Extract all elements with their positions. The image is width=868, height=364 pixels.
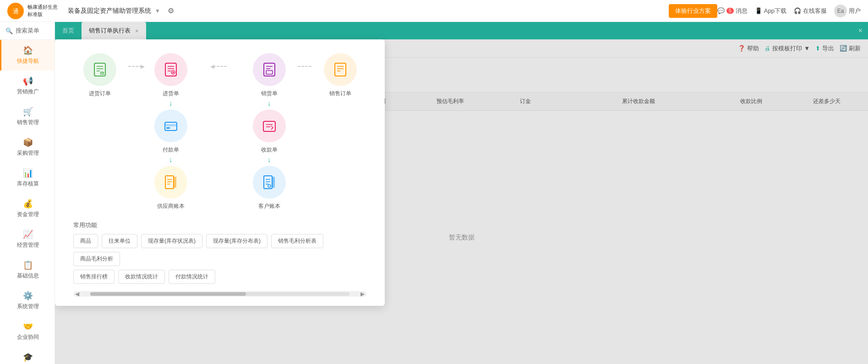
func-btn-partner[interactable]: 往来单位 xyxy=(102,234,137,248)
top-right-actions: 💬 5 消息 📱 App下载 🎧 在线客服 Ea 用户 xyxy=(717,5,861,17)
arrow-down-payment: ↓ xyxy=(144,154,197,166)
svg-rect-17 xyxy=(335,63,346,76)
svg-rect-24 xyxy=(263,121,275,131)
flow-node-payment[interactable]: 付款单 xyxy=(144,109,197,154)
enterprise-icon: 🤝 xyxy=(23,321,33,331)
sidebar-item-quick-nav[interactable]: 🏠 快捷导航 xyxy=(0,40,55,71)
svg-rect-28 xyxy=(174,177,176,188)
flow-node-sales-bill[interactable]: 销货单 xyxy=(243,53,295,98)
inventory-icon: 📊 xyxy=(23,168,33,178)
scroll-right-arrow[interactable]: ▶ xyxy=(359,291,366,297)
flow-node-purchase-order[interactable]: 进货订单 xyxy=(73,53,126,98)
svg-rect-33 xyxy=(272,177,275,188)
func-btn-product[interactable]: 商品 xyxy=(73,234,98,248)
message-button[interactable]: 💬 5 消息 xyxy=(717,7,748,15)
func-btn-sales-rank[interactable]: 销售排行榜 xyxy=(73,270,115,284)
svg-rect-22 xyxy=(165,124,177,126)
common-title: 常用功能 xyxy=(73,221,366,229)
flow-node-customer-ledger[interactable]: 客户账本 xyxy=(243,166,295,210)
logo-area: 通 畅康通好生意 标准版 xyxy=(7,3,62,19)
svg-point-37 xyxy=(268,185,271,187)
app-download-button[interactable]: 📱 App下载 xyxy=(755,7,786,15)
popup-overlay: 进货订单 ▶ xyxy=(55,22,868,364)
arrow-down-sales: ↓ xyxy=(243,98,295,109)
func-btn-product-margin[interactable]: 商品毛利分析 xyxy=(73,252,120,266)
flow-circle-sales-bill xyxy=(253,53,286,86)
flow-node-sales-order[interactable]: 销售订单 xyxy=(314,53,366,98)
system-title: 装备及固定资产辅助管理系统 ▼ ⚙ xyxy=(68,6,661,15)
flow-node-supplier-ledger[interactable]: 供应商账本 xyxy=(144,166,197,210)
flow-circle-receipt xyxy=(253,109,286,142)
common-functions: 常用功能 商品 往来单位 现存量(库存状况表) 现存量(库存分布表) 销售毛利分… xyxy=(73,221,366,284)
scrollbar-thumb xyxy=(90,292,246,296)
message-badge: 5 xyxy=(726,8,734,14)
arrow-down-purchase: ↓ xyxy=(144,98,197,109)
finance-icon: 💰 xyxy=(23,199,33,209)
main-layout: 🔍 搜索菜单 🏠 快捷导航 📢 营销推广 🛒 销售管理 📦 采购管理 📊 库存核… xyxy=(0,22,868,364)
func-btn-stock-status[interactable]: 现存量(库存状况表) xyxy=(141,234,202,248)
func-btn-sales-margin[interactable]: 销售毛利分析表 xyxy=(271,234,323,248)
sidebar-item-enterprise[interactable]: 🤝 企业协同 xyxy=(0,316,55,347)
home-icon: 🏠 xyxy=(23,45,33,55)
operations-icon: 📈 xyxy=(23,229,33,239)
try-industry-button[interactable]: 体验行业方案 xyxy=(669,4,717,18)
gear-icon[interactable]: ⚙ xyxy=(168,6,174,15)
logo-icon: 通 xyxy=(7,3,24,19)
svg-text:通: 通 xyxy=(13,8,19,15)
purchase-icon: 📦 xyxy=(23,137,33,147)
sales-icon: 🛒 xyxy=(23,107,33,117)
sys-icon: ⚙️ xyxy=(23,291,33,301)
sidebar-item-newbie[interactable]: 🎓 新手引导 xyxy=(0,347,55,364)
flow-diagram: 进货订单 ▶ xyxy=(73,53,366,210)
scrollbar-track xyxy=(90,292,349,296)
sidebar-item-sales[interactable]: 🛒 销售管理 xyxy=(0,101,55,132)
svg-rect-23 xyxy=(166,127,170,129)
top-bar: 通 畅康通好生意 标准版 装备及固定资产辅助管理系统 ▼ ⚙ 体验行业方案 💬 … xyxy=(0,0,868,22)
arrow-right-2 xyxy=(295,53,314,67)
scroll-left-arrow[interactable]: ◀ xyxy=(73,291,81,297)
sidebar-item-base-info[interactable]: 📋 基础信息 xyxy=(0,255,55,285)
arrow-sales-order-to-sales-bill: ◀ xyxy=(197,53,243,67)
sidebar-item-sys-mgmt[interactable]: ⚙️ 系统管理 xyxy=(0,285,55,316)
sidebar-item-finance[interactable]: 💰 资金管理 xyxy=(0,193,55,224)
func-row-1: 商品 往来单位 现存量(库存状况表) 现存量(库存分布表) 销售毛利分析表 商品… xyxy=(73,234,366,266)
func-btn-receipt-stats[interactable]: 收款情况统计 xyxy=(118,270,165,284)
sidebar: 🔍 搜索菜单 🏠 快捷导航 📢 营销推广 🛒 销售管理 📦 采购管理 📊 库存核… xyxy=(0,22,55,364)
func-btn-stock-dist[interactable]: 现存量(库存分布表) xyxy=(206,234,267,248)
user-avatar-button[interactable]: Ea 用户 xyxy=(834,5,861,17)
app-download-icon: 📱 xyxy=(755,7,762,14)
sidebar-item-purchase[interactable]: 📦 采购管理 xyxy=(0,132,55,163)
headset-icon: 🎧 xyxy=(794,7,801,14)
system-name: 装备及固定资产辅助管理系统 xyxy=(68,7,151,15)
logo-text: 畅康通好生意 标准版 xyxy=(27,4,58,18)
flow-circle-customer-ledger xyxy=(253,166,286,199)
base-info-icon: 📋 xyxy=(23,260,33,270)
flow-node-purchase-receipt[interactable]: 进货单 xyxy=(144,53,197,98)
avatar: Ea xyxy=(834,5,847,17)
arrow-purchase-to-receipt: ▶ xyxy=(126,53,144,67)
flow-node-receipt[interactable]: 收款单 xyxy=(243,109,295,154)
flow-circle-sales-order xyxy=(324,53,357,86)
svg-rect-16 xyxy=(266,71,273,74)
sidebar-item-operations[interactable]: 📈 经营管理 xyxy=(0,224,55,255)
svg-rect-6 xyxy=(165,63,176,76)
flow-circle-purchase-order xyxy=(83,53,116,86)
arrow-down-receipt: ↓ xyxy=(243,154,295,166)
content-area: 首页 销售订单执行表 × × ❓ 帮助 🖨 按模板打印 ▼ ⬆ 导出 xyxy=(55,22,868,364)
func-btn-payment-stats[interactable]: 付款情况统计 xyxy=(169,270,215,284)
quick-nav-popup: 进货订单 ▶ xyxy=(55,39,385,306)
popup-scrollbar[interactable]: ◀ ▶ xyxy=(73,291,366,297)
search-menu-button[interactable]: 🔍 搜索菜单 xyxy=(0,22,55,40)
func-row-2: 销售排行榜 收款情况统计 付款情况统计 xyxy=(73,270,366,284)
sidebar-item-marketing[interactable]: 📢 营销推广 xyxy=(0,71,55,101)
flow-circle-payment xyxy=(154,109,187,142)
dropdown-arrow-icon[interactable]: ▼ xyxy=(155,8,160,14)
online-service-button[interactable]: 🎧 在线客服 xyxy=(794,7,827,15)
flow-circle-purchase-receipt xyxy=(154,53,187,86)
message-label: 消息 xyxy=(736,7,748,15)
search-icon: 🔍 xyxy=(5,27,13,34)
sidebar-item-inventory[interactable]: 📊 库存核算 xyxy=(0,163,55,193)
svg-rect-27 xyxy=(165,176,174,189)
marketing-icon: 📢 xyxy=(23,76,33,86)
flow-circle-supplier-ledger xyxy=(154,166,187,199)
